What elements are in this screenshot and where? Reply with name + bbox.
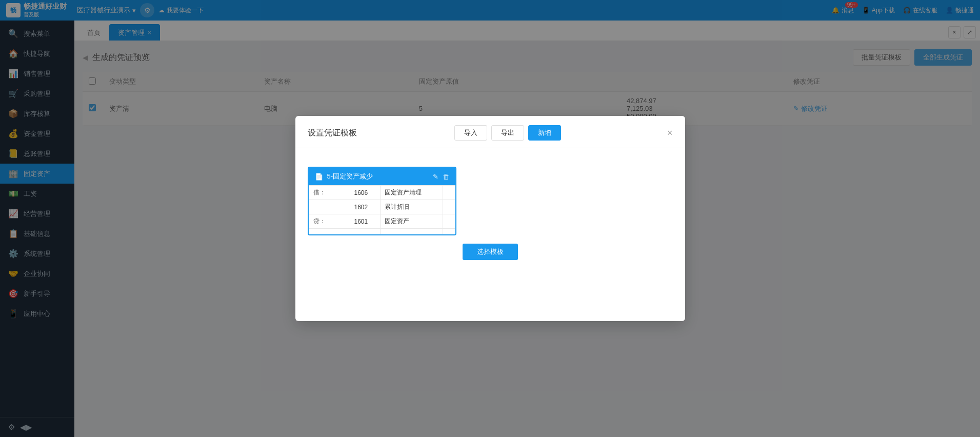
entry-col4-3: [443, 214, 455, 229]
modal-dialog-overlay: 设置凭证模板 导入 导出 新增 ×: [74, 41, 980, 437]
select-template-area: 选择模板: [308, 244, 673, 260]
entry-col4-2: [443, 200, 455, 214]
entry-name-2: 累计折旧: [381, 200, 443, 214]
entry-col4-1: [443, 186, 455, 200]
modal-close-btn[interactable]: ×: [667, 128, 673, 138]
entry-name-empty: [381, 229, 443, 234]
entry-code-3: 1601: [350, 214, 381, 229]
template-doc-icon: 📄: [315, 173, 323, 181]
entry-type-3: 贷：: [309, 214, 350, 229]
import-btn[interactable]: 导入: [454, 125, 487, 141]
modal-title: 设置凭证模板: [308, 128, 357, 138]
entry-type-1: 借：: [309, 186, 350, 200]
template-list: 📄 5-固定资产减少 ✎ 🗑: [308, 167, 673, 235]
app-wrapper: 畅 畅捷通好业财 普及版 医疗器械行业演示 ▾ ⚙ ☁ 我要体验一下 🔔 消息 …: [0, 0, 980, 437]
select-template-btn[interactable]: 选择模板: [463, 244, 518, 260]
modal-header: 设置凭证模板 导入 导出 新增 ×: [295, 116, 685, 148]
template-delete-icon[interactable]: 🗑: [443, 173, 449, 181]
template-row-2: 1602 累计折旧: [309, 200, 455, 214]
new-btn[interactable]: 新增: [528, 125, 561, 141]
entry-name-1: 固定资产清理: [381, 186, 443, 200]
template-row-1: 借： 1606 固定资产清理: [309, 186, 455, 200]
page-content: ◀ 生成的凭证预览 批量凭证模板 全部生成凭证 变动类型 资产名称: [74, 41, 980, 437]
template-label: 5-固定资产减少: [327, 172, 373, 181]
template-card-header: 📄 5-固定资产减少 ✎ 🗑: [309, 168, 455, 185]
entry-type-2: [309, 200, 350, 214]
template-card: 📄 5-固定资产减少 ✎ 🗑: [308, 167, 456, 235]
entry-empty: [309, 229, 350, 234]
template-row-3: 贷： 1601 固定资产: [309, 214, 455, 229]
entry-code-2: 1602: [350, 200, 381, 214]
modal-dialog: 设置凭证模板 导入 导出 新增 ×: [295, 116, 685, 321]
entry-col4-empty: [443, 229, 455, 234]
export-btn[interactable]: 导出: [491, 125, 524, 141]
main-layout: 🔍 搜索菜单 🏠 快捷导航 📊 销售管理 🛒 采购管理 📦 库存核: [0, 21, 980, 437]
entry-name-3: 固定资产: [381, 214, 443, 229]
template-table: 借： 1606 固定资产清理 160: [309, 185, 455, 234]
modal-toolbar: 导入 导出 新增: [454, 125, 561, 141]
template-card-header-actions: ✎ 🗑: [433, 173, 449, 181]
template-card-header-left: 📄 5-固定资产减少: [315, 172, 373, 181]
content-area: 首页 资产管理 × × ⤢ ◀ 生成的凭证预览: [74, 21, 980, 437]
template-edit-icon[interactable]: ✎: [433, 173, 438, 181]
entry-code-1: 1606: [350, 186, 381, 200]
template-row-empty: [309, 229, 455, 234]
modal-body: 📄 5-固定资产减少 ✎ 🗑: [295, 148, 685, 321]
template-card-body: 借： 1606 固定资产清理 160: [309, 185, 455, 234]
entry-code-empty: [350, 229, 381, 234]
